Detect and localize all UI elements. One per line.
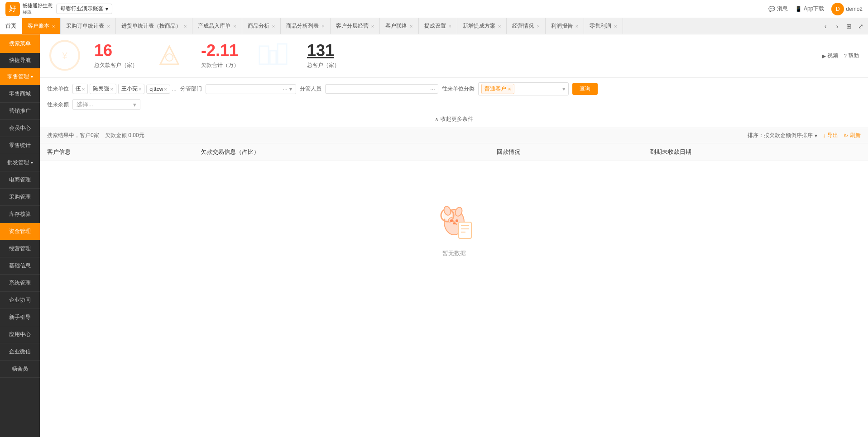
tab-goods-analysis[interactable]: 商品分析 × (242, 18, 281, 34)
remainder-placeholder: 选择... (77, 100, 93, 109)
filter-tag-t4[interactable]: cjttcw × (146, 85, 170, 94)
sidebar-item-finance[interactable]: 资金管理 (0, 223, 40, 240)
tab-accounts[interactable]: 客户账本 × (22, 18, 61, 34)
tab-customer-contact-label: 客户联络 (385, 22, 407, 30)
tag-t1-remove[interactable]: × (82, 86, 85, 92)
sidebar-quick-nav[interactable]: 快捷导航 (0, 53, 40, 68)
remainder-select[interactable]: 选择... ▾ (72, 99, 140, 110)
refresh-btn[interactable]: ↻ 刷新 (844, 132, 861, 139)
tab-customer-contact-close[interactable]: × (410, 24, 412, 29)
tab-new-promotion-close[interactable]: × (498, 24, 501, 29)
table-header: 客户信息 欠款交易信息（占比） 回款情况 到期未收款日期 (40, 143, 868, 161)
sort-button[interactable]: 排序：按欠款金额倒序排序 ▾ (748, 132, 817, 139)
tab-inbound-close[interactable]: × (184, 24, 187, 29)
sidebar-item-newbie-guide[interactable]: 新手引导 (0, 309, 40, 326)
department-select[interactable]: ··· ▾ (206, 84, 296, 94)
export-btn[interactable]: ↓ 导出 (823, 132, 838, 139)
filter-tag-t3[interactable]: 王小亮 × (118, 84, 144, 94)
tab-purchase-orders-close[interactable]: × (107, 24, 110, 29)
sidebar-item-retail-stats[interactable]: 零售统计 (0, 137, 40, 154)
sidebar-item-marketing[interactable]: 营销推广 (0, 103, 40, 120)
tab-new-promotion[interactable]: 新增提成方案 × (457, 18, 507, 34)
unit-class-label: 往来单位分类 (442, 85, 475, 93)
tab-profit-report[interactable]: 利润报告 × (546, 18, 584, 34)
sidebar-item-retail-mgmt[interactable]: 零售管理 ▾ (0, 68, 40, 86)
tab-expand[interactable]: ⊞ (844, 21, 854, 32)
tab-production[interactable]: 产成品入库单 × (192, 18, 242, 34)
tab-customer-segment-close[interactable]: × (371, 24, 374, 29)
sidebar-item-member-vip[interactable]: 畅会员 (0, 361, 40, 378)
tab-production-close[interactable]: × (233, 24, 236, 29)
sort-label: 排序：按欠款金额倒序排序 (748, 132, 813, 139)
sidebar-item-purchase-mgmt[interactable]: 采购管理 (0, 189, 40, 206)
play-icon: ▶ (822, 53, 826, 59)
chevron-down-icon: ▾ (106, 6, 108, 12)
stat-divider-2 (239, 42, 307, 70)
tag-t3-remove[interactable]: × (139, 86, 141, 92)
stats-banner: ¥ 16 总欠款客户（家） -2.11 欠款合计（万） (40, 34, 868, 78)
tab-scroll-left[interactable]: ‹ (820, 21, 831, 32)
tab-customer-contact[interactable]: 客户联络 × (380, 18, 418, 34)
tab-retail-profit-label: 零售利润 (590, 22, 611, 30)
sidebar: 搜索菜单 快捷导航 零售管理 ▾ 零售商城 营销推广 会员中心 零售统计 批发管… (0, 34, 40, 437)
chevron-icon: ▾ (31, 74, 33, 79)
unit-class-tag[interactable]: 普通客户 × (481, 84, 514, 94)
search-button[interactable]: 查询 (572, 83, 598, 95)
sidebar-item-retail-mall[interactable]: 零售商城 (0, 86, 40, 103)
company-selector[interactable]: 母婴行业演示账套 ▾ (56, 4, 112, 14)
tab-accounts-close[interactable]: × (52, 24, 55, 29)
stat-bg-icon-1: ¥ (49, 39, 81, 72)
tab-inbound-stats[interactable]: 进货单统计表（按商品） × (116, 18, 192, 34)
filter-tag-t2[interactable]: 陈民强 × (90, 84, 116, 94)
tab-home[interactable]: 首页 (0, 18, 22, 34)
table-container: 客户信息 欠款交易信息（占比） 回款情况 到期未收款日期 (40, 143, 868, 437)
sidebar-item-inventory[interactable]: 库存核算 (0, 206, 40, 223)
export-label: 导出 (827, 132, 838, 139)
sidebar-item-wholesale-mgmt[interactable]: 批发管理 ▾ (0, 154, 40, 171)
tab-promotion-settings-close[interactable]: × (449, 24, 451, 29)
sidebar-item-basic-info[interactable]: 基础信息 (0, 257, 40, 275)
tab-scroll-right[interactable]: › (832, 21, 843, 32)
app-download-btn[interactable]: 📱 App下载 (795, 5, 824, 13)
sidebar-item-member-center[interactable]: 会员中心 (0, 120, 40, 137)
tag-t4-remove[interactable]: × (164, 86, 167, 92)
tab-purchase-orders[interactable]: 采购订单统计表 × (61, 18, 115, 34)
user-profile-btn[interactable]: D demo2 (831, 3, 863, 15)
tab-fullscreen[interactable]: ⤢ (855, 21, 866, 32)
sidebar-item-enterprise-wechat[interactable]: 企业微信 (0, 343, 40, 361)
tab-promotion-settings[interactable]: 提成设置 × (419, 18, 457, 34)
tab-goods-analysis-list[interactable]: 商品分析列表 × (281, 18, 330, 34)
sidebar-item-operations-mgmt[interactable]: 经营管理 (0, 240, 40, 257)
sidebar-item-ecommerce[interactable]: 电商管理 (0, 171, 40, 189)
video-btn[interactable]: ▶ 视频 (822, 52, 838, 60)
person-input-area[interactable]: ··· (325, 84, 438, 94)
tab-goods-list-close[interactable]: × (321, 24, 324, 29)
col-debt-info: 欠款交易信息（占比） (193, 143, 489, 161)
sidebar-item-system-mgmt[interactable]: 系统管理 (0, 275, 40, 292)
tab-goods-analysis-close[interactable]: × (272, 24, 275, 29)
tab-operations-close[interactable]: × (537, 24, 539, 29)
message-btn[interactable]: 💬 消息 (768, 5, 788, 13)
tab-retail-profit[interactable]: 零售利润 × (584, 18, 623, 34)
stat-card-3: 131 总客户（家） (307, 43, 340, 69)
unit-class-remove[interactable]: × (508, 86, 511, 92)
collapse-btn[interactable]: ∧ 收起更多条件 (435, 115, 473, 123)
tag-t2-remove[interactable]: × (110, 86, 113, 92)
sidebar-item-enterprise-coop[interactable]: 企业协同 (0, 292, 40, 309)
sidebar-inventory-label: 库存核算 (9, 210, 31, 218)
header-right: 💬 消息 📱 App下载 D demo2 (768, 3, 863, 15)
filter-tag-t1[interactable]: 伍 × (72, 84, 88, 94)
help-btn[interactable]: ? 帮助 (844, 52, 859, 60)
tab-profit-close[interactable]: × (575, 24, 578, 29)
tab-customer-segment[interactable]: 客户分层经营 × (331, 18, 380, 34)
logo-name: 畅捷通好生意 (23, 2, 53, 9)
empty-illustration (432, 197, 477, 244)
unit-class-select[interactable]: 普通客户 × ▾ (478, 82, 569, 95)
search-menu-btn[interactable]: 搜索菜单 (4, 38, 36, 49)
tab-operations[interactable]: 经营情况 × (507, 18, 545, 34)
filter-more-btn[interactable]: ... (172, 86, 177, 92)
sidebar-item-app-center[interactable]: 应用中心 (0, 326, 40, 343)
tab-retail-profit-close[interactable]: × (614, 24, 617, 29)
table-header-row: 客户信息 欠款交易信息（占比） 回款情况 到期未收款日期 (40, 143, 868, 161)
tag-t1-label: 伍 (76, 85, 81, 93)
